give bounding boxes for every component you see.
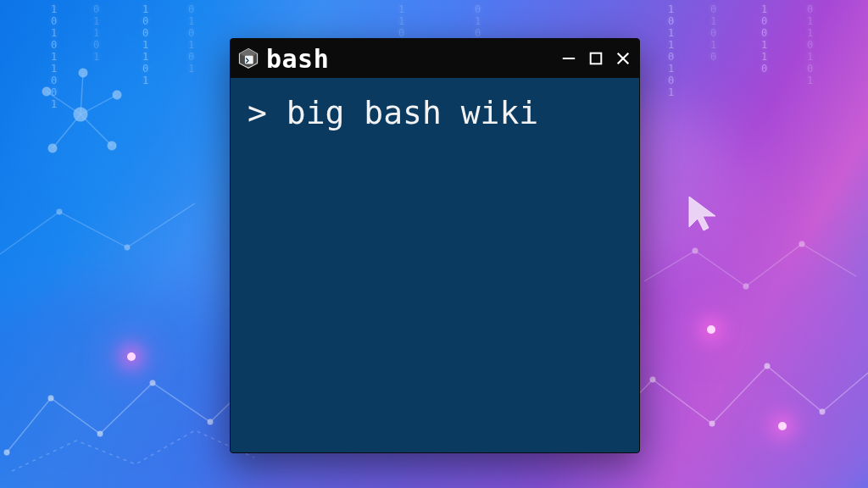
svg-line-9 (81, 114, 112, 146)
svg-point-21 (765, 363, 770, 369)
binary-rain-column: 1 1 0 (398, 3, 406, 39)
svg-rect-30 (591, 53, 602, 64)
bg-blob (34, 51, 237, 220)
svg-point-19 (650, 377, 655, 382)
binary-rain-column: 1 0 1 0 1 1 0 0 1 (51, 3, 58, 110)
svg-point-18 (125, 245, 130, 250)
svg-point-1 (42, 87, 51, 96)
bash-app-icon (237, 47, 259, 69)
svg-point-0 (74, 108, 87, 121)
svg-point-13 (97, 431, 103, 436)
svg-line-6 (47, 92, 81, 114)
svg-point-17 (57, 209, 62, 214)
cursor-arrow-icon (687, 195, 719, 232)
svg-point-15 (208, 419, 213, 424)
svg-point-22 (820, 409, 825, 414)
lens-flare (778, 422, 787, 430)
prompt-symbol: > (248, 94, 287, 131)
binary-rain-column: 1 0 0 1 1 0 1 (142, 3, 150, 86)
svg-point-12 (48, 396, 53, 401)
maximize-button[interactable] (588, 51, 604, 66)
svg-point-14 (150, 380, 155, 385)
svg-point-24 (743, 284, 748, 289)
stage: 1 0 1 0 1 1 0 0 10 1 1 0 11 0 0 1 1 0 10… (0, 0, 868, 488)
titlebar[interactable]: bash (231, 39, 639, 78)
svg-point-2 (113, 91, 121, 99)
binary-rain-column: 0 1 0 (475, 3, 482, 39)
lens-flare (127, 352, 136, 361)
binary-rain-column: 0 1 0 1 0 (710, 3, 718, 63)
command-text: big bash wiki (287, 94, 538, 131)
binary-rain-column: 1 0 0 1 1 0 (761, 3, 769, 75)
svg-point-3 (48, 144, 57, 152)
close-button[interactable] (615, 51, 631, 66)
window-title: bash (266, 44, 329, 74)
window-controls (561, 51, 631, 66)
svg-line-8 (53, 114, 81, 148)
binary-rain-column: 0 1 1 0 1 (93, 3, 101, 63)
svg-line-7 (81, 95, 117, 114)
svg-point-25 (799, 241, 804, 247)
terminal-body[interactable]: > big bash wiki (231, 78, 639, 452)
lens-flare (707, 325, 715, 334)
minimize-button[interactable] (561, 51, 576, 66)
svg-point-20 (709, 421, 715, 426)
svg-point-11 (4, 450, 9, 455)
svg-point-23 (693, 248, 698, 253)
terminal-window: bash > big bash wiki (230, 38, 640, 453)
binary-rain-column: 0 1 1 0 1 0 1 (807, 3, 815, 86)
binary-rain-column: 1 0 1 1 0 1 0 1 (668, 3, 676, 98)
svg-point-4 (108, 141, 116, 150)
svg-line-10 (81, 73, 83, 114)
svg-point-5 (79, 69, 87, 77)
binary-rain-column: 0 1 0 1 0 1 (188, 3, 196, 75)
